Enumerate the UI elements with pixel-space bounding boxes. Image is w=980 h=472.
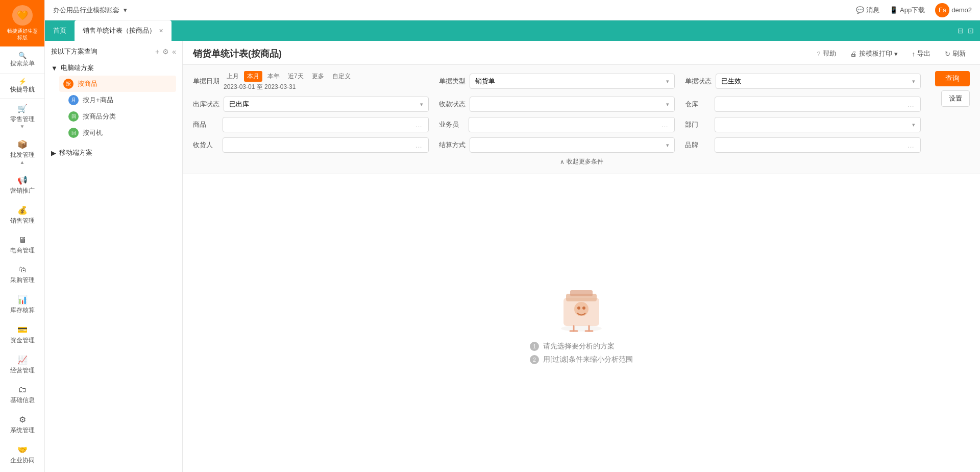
scheme-item-label-goods: 按商品 [78,79,97,88]
page-header: 销货单统计表(按商品) ? 帮助 🖨 按模板打印 ▾ ↑ 导出 [183,41,980,65]
quick-nav[interactable]: ⚡ 快捷导航 [0,74,44,99]
help-button[interactable]: ? 帮助 [813,47,840,60]
sidebar-item-retail[interactable]: 🛒 零售管理 ▼ [0,99,44,134]
filter-warehouse: 仓库 … [685,97,921,112]
dept-control[interactable]: ▾ [715,117,921,132]
scheme-item-icon-goods: 按 [63,79,74,89]
settings-scheme-icon[interactable]: ⚙ [162,48,169,56]
status-control[interactable]: 已生效 ▾ [716,74,921,89]
sidebar-item-sales[interactable]: 💰 销售管理 [0,200,44,230]
collapse-panel-icon[interactable]: « [172,48,176,56]
tab-minimize-icon[interactable]: ⊟ [958,27,964,35]
warehouse-control[interactable]: … [715,97,921,112]
type-label: 单据类型 [439,77,465,86]
empty-tip-2: 2 用[过滤]条件来缩小分析范围 [530,355,633,364]
scheme-label-month: 按月+商品 [83,96,113,105]
shortcut-this-month[interactable]: 本月 [244,71,262,82]
operations-icon: 📈 [17,355,28,365]
messages-button[interactable]: 💬 消息 [856,6,879,15]
export-icon: ↑ [912,50,916,58]
export-button[interactable]: ↑ 导出 [908,47,935,60]
close-tab-icon[interactable]: ✕ [159,28,163,34]
scheme-item-by-category[interactable]: 回 按商品分类 [64,108,176,125]
desktop-scheme-title[interactable]: ▼ 电脑端方案 [51,60,176,76]
filter-dept: 部门 ▾ [685,117,921,132]
search-menu[interactable]: 🔍 搜索菜单 [0,46,44,74]
user-menu[interactable]: Ea demo2 [935,3,972,17]
sidebar-item-newbie[interactable]: 📖 新手引导 [0,470,44,472]
salesman-control[interactable]: … [469,117,675,132]
salesman-label: 业务员 [439,120,464,129]
active-tab-label: 销售单统计表（按商品） [83,26,156,35]
tab-maximize-icon[interactable]: ⊡ [968,27,974,35]
print-button[interactable]: 🖨 按模板打印 ▾ [846,47,902,60]
brand-label: 品牌 [685,140,710,150]
tip-text-2: 用[过滤]条件来缩小分析范围 [543,355,633,364]
sidebar-item-operations[interactable]: 📈 经营管理 [0,350,44,380]
brand-control[interactable]: … [715,137,921,153]
pay-status-control[interactable]: ▾ [470,97,675,112]
industry-selector[interactable]: 办公用品行业模拟账套 ▾ [53,6,127,15]
top-header: 办公用品行业模拟账套 ▾ 💬 消息 📱 App下载 Ea demo2 [45,0,980,20]
mobile-scheme-label: 移动端方案 [59,148,92,157]
sidebar-item-system[interactable]: ⚙ 系统管理 [0,410,44,440]
refresh-button[interactable]: ↻ 刷新 [941,47,970,60]
purchase-icon: 🛍 [18,265,27,274]
tab-home[interactable]: 首页 [45,20,75,41]
shortcut-custom[interactable]: 自定义 [329,71,354,82]
scheme-header-icons: + ⚙ « [155,48,176,56]
filter-receiver: 收货人 … [193,137,429,153]
brand-dots: … [908,141,915,149]
settings-button[interactable]: 设置 [941,90,970,107]
svg-point-4 [574,302,589,316]
collapse-button[interactable]: ∧ 收起更多条件 [555,156,608,168]
mobile-scheme-title[interactable]: ▶ 移动端方案 [51,145,176,160]
dept-label: 部门 [685,120,710,129]
shortcut-this-year[interactable]: 本年 [264,71,283,82]
sidebar-item-enterprise[interactable]: 🤝 企业协同 [0,440,44,470]
scheme-item-by-goods[interactable]: 按 按商品 [59,76,176,92]
sidebar-item-finance[interactable]: 💳 资金管理 [0,320,44,350]
filter-row-4: 收货人 … 结算方式 ▾ [193,137,921,153]
filter-main: 单据日期 上月 本月 本年 近7天 更多 自定义 [193,71,921,153]
empty-tip-1: 1 请先选择要分析的方案 [530,342,633,351]
print-dropdown-icon: ▾ [894,50,898,58]
status-label: 单据状态 [685,77,712,86]
scheme-item-by-driver[interactable]: 回 按司机 [64,125,176,141]
query-button[interactable]: 查询 [935,71,970,86]
help-icon: ? [817,50,820,58]
sidebar-item-marketing[interactable]: 📢 营销推广 [0,170,44,200]
scheme-icon-driver: 回 [68,128,79,138]
message-icon: 💬 [856,6,864,14]
sidebar-item-purchase[interactable]: 🛍 采购管理 [0,260,44,290]
filter-area: 单据日期 上月 本月 本年 近7天 更多 自定义 [183,65,980,174]
app-download-button[interactable]: 📱 App下载 [890,6,925,15]
receiver-label: 收货人 [193,140,218,150]
svg-point-6 [582,306,585,310]
sidebar-item-ecommerce[interactable]: 🖥 电商管理 [0,230,44,260]
shortcut-7days[interactable]: 近7天 [285,71,307,82]
payment-control[interactable]: ▾ [470,137,675,153]
sidebar-item-wholesale[interactable]: 📦 批发管理 ▲ [0,134,44,170]
app-logo[interactable]: 🧡 畅捷通好生意 标版 [0,0,44,46]
goods-control[interactable]: … [223,117,429,132]
pay-status-label: 收款状态 [439,100,465,109]
type-control[interactable]: 销货单 ▾ [470,74,675,89]
status-value: 已生效 [721,77,741,86]
shortcut-last-month[interactable]: 上月 [224,71,242,82]
receiver-control[interactable]: … [223,137,429,153]
warehouse-label: 仓库 [685,100,710,109]
goods-dots: … [415,121,423,129]
tab-sales-stats[interactable]: 销售单统计表（按商品） ✕ [75,20,172,41]
wholesale-icon: 📦 [17,139,28,149]
goods-label: 商品 [193,120,218,129]
desktop-scheme-group: ▼ 电脑端方案 按 按商品 月 按月+商品 回 [45,60,182,160]
svg-rect-3 [570,290,593,296]
sidebar-item-basics[interactable]: 🗂 基础信息 [0,380,44,410]
scheme-item-by-month[interactable]: 月 按月+商品 [64,92,176,108]
sidebar-item-inventory[interactable]: 📊 库存核算 [0,290,44,320]
add-scheme-icon[interactable]: + [155,48,159,56]
shortcut-more[interactable]: 更多 [309,71,327,82]
out-status-control[interactable]: 已出库 ▾ [224,97,429,112]
finance-icon: 💳 [17,325,28,335]
